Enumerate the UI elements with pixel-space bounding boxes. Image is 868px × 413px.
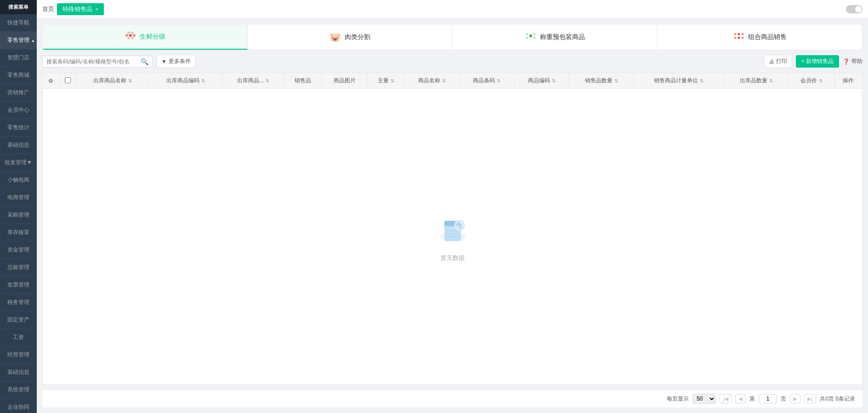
svg-point-17 bbox=[741, 37, 743, 39]
sidebar-item-ecom-mgmt[interactable]: 电商管理 bbox=[0, 189, 37, 206]
toggle-switch[interactable] bbox=[846, 5, 862, 13]
svg-point-6 bbox=[131, 37, 133, 40]
svg-point-2 bbox=[133, 34, 136, 37]
sidebar-item-retail-mgmt[interactable]: 零售管理 bbox=[0, 32, 37, 49]
th-out-code[interactable]: 出库商品编码 ⇅ bbox=[149, 73, 222, 89]
sidebar-item-smart-store[interactable]: 智慧门店 bbox=[0, 49, 37, 67]
settings-icon: ⚙ bbox=[48, 78, 53, 84]
svg-point-14 bbox=[741, 33, 743, 35]
th-out-name[interactable]: 出库商品名称 ⇅ bbox=[76, 73, 149, 89]
th-product-name[interactable]: 商品名称 ⇅ bbox=[404, 73, 460, 89]
sidebar-item-sales-promo[interactable]: 营销推广 bbox=[0, 84, 37, 102]
th-out-spec[interactable]: 出库商品... ⇅ bbox=[222, 73, 284, 89]
sidebar-item-invoice-mgmt[interactable]: 发票管理 bbox=[0, 276, 37, 294]
fresh-grade-icon bbox=[125, 31, 136, 42]
new-product-button[interactable]: + 新增销售品 bbox=[796, 55, 839, 68]
th-sale-qty[interactable]: 销售品数量 ⇅ bbox=[569, 73, 633, 89]
th-settings[interactable]: ⚙ bbox=[43, 73, 59, 89]
breadcrumb: 首页 特殊销售品 × bbox=[42, 3, 104, 15]
search-box[interactable]: 🔍 bbox=[42, 56, 153, 68]
sort-icon-sale-qty[interactable]: ⇅ bbox=[614, 78, 618, 83]
page-size-select[interactable]: 50 10 20 100 bbox=[692, 394, 716, 404]
content-body: 生鲜分级 🐷 肉类分割 称重预包装商品 bbox=[37, 18, 868, 413]
th-checkbox[interactable] bbox=[59, 73, 76, 89]
print-label: 打印 bbox=[776, 57, 787, 65]
th-sale-unit[interactable]: 销售商品计量单位 ⇅ bbox=[633, 73, 724, 89]
tab-meat-cut[interactable]: 🐷 肉类分割 bbox=[248, 24, 453, 50]
last-page-button[interactable]: ▶| bbox=[804, 394, 816, 403]
sidebar-item-member-center[interactable]: 会员中心 bbox=[0, 102, 37, 119]
sort-icon-out-code[interactable]: ⇅ bbox=[201, 78, 205, 83]
home-tab[interactable]: 首页 bbox=[42, 5, 54, 13]
page-number-input[interactable] bbox=[759, 394, 777, 403]
svg-point-15 bbox=[734, 37, 736, 39]
sort-icon-out-name[interactable]: ⇅ bbox=[128, 78, 132, 83]
th-out-qty[interactable]: 出库品数量 ⇅ bbox=[725, 73, 789, 89]
sort-icon-out-qty[interactable]: ⇅ bbox=[769, 78, 773, 83]
sidebar-item-basic-info[interactable]: 基础信息 bbox=[0, 137, 37, 154]
svg-point-5 bbox=[127, 37, 130, 40]
sidebar-item-business-mgmt[interactable]: 经营管理 bbox=[0, 346, 37, 364]
th-out-qty-label: 出库品数量 bbox=[740, 77, 767, 85]
select-all-checkbox[interactable] bbox=[65, 77, 71, 83]
th-product-name-label: 商品名称 bbox=[418, 77, 440, 85]
sort-icon-member-price[interactable]: ⇅ bbox=[819, 78, 823, 83]
sidebar-item-retail-stat[interactable]: 零售统计 bbox=[0, 119, 37, 137]
th-sale-item[interactable]: 销售品 bbox=[284, 73, 321, 89]
sort-icon-sale-unit[interactable]: ⇅ bbox=[700, 78, 703, 83]
th-sale-unit-label: 销售商品计量单位 bbox=[654, 77, 698, 85]
th-main-qty[interactable]: 主量 ⇅ bbox=[368, 73, 404, 89]
page-unit: 页 bbox=[781, 395, 786, 403]
sidebar-item-general-ledger[interactable]: 总账管理 bbox=[0, 259, 37, 276]
search-input[interactable] bbox=[46, 58, 139, 65]
sort-icon-main-qty[interactable]: ⇅ bbox=[391, 78, 394, 83]
tab-weight-pack[interactable]: 称重预包装商品 bbox=[453, 24, 658, 50]
sidebar-item-fixed-assets[interactable]: 固定资产 bbox=[0, 311, 37, 329]
prev-page-button[interactable]: ◀ bbox=[735, 394, 746, 403]
sidebar-item-inventory-check[interactable]: 库存核算 bbox=[0, 224, 37, 241]
category-tabs: 生鲜分级 🐷 肉类分割 称重预包装商品 bbox=[42, 24, 862, 50]
print-button[interactable]: 🖨 打印 bbox=[764, 55, 792, 68]
sidebar-item-retail-mall[interactable]: 零售商城 bbox=[0, 67, 37, 84]
sort-icon-product-code[interactable]: ⇅ bbox=[552, 78, 556, 83]
help-button[interactable]: ❓ 帮助 bbox=[843, 57, 862, 65]
sort-icon-product-name[interactable]: ⇅ bbox=[442, 78, 446, 83]
active-tab[interactable]: 特殊销售品 × bbox=[57, 3, 104, 15]
sidebar-item-enterprise-coop[interactable]: 企业协同 bbox=[0, 399, 37, 413]
sidebar-item-mini-ecom[interactable]: 小畅电商 bbox=[0, 172, 37, 189]
th-product-img[interactable]: 商品图片 bbox=[322, 73, 368, 89]
toolbar-right: 🖨 打印 + 新增销售品 ❓ 帮助 bbox=[764, 55, 862, 68]
th-member-price[interactable]: 会员价 ⇅ bbox=[789, 73, 834, 89]
svg-point-13 bbox=[738, 33, 740, 35]
svg-point-16 bbox=[738, 37, 740, 39]
th-product-code[interactable]: 商品编码 ⇅ bbox=[514, 73, 569, 89]
svg-point-3 bbox=[127, 32, 130, 34]
sidebar-item-salary[interactable]: 工资 bbox=[0, 329, 37, 346]
total-text: 共0页 0条记录 bbox=[820, 395, 855, 403]
new-product-label: + 新增销售品 bbox=[801, 57, 834, 65]
svg-point-11 bbox=[533, 37, 535, 39]
sidebar: 搜索菜单 快捷导航 零售管理 智慧门店 零售商城 营销推广 会员中心 零售统计 … bbox=[0, 0, 37, 413]
sort-icon-out-spec[interactable]: ⇅ bbox=[266, 78, 269, 83]
sort-icon-barcode[interactable]: ⇅ bbox=[497, 78, 500, 83]
filter-button[interactable]: ▼ 更多条件 bbox=[156, 55, 196, 68]
tab-fresh-grade[interactable]: 生鲜分级 bbox=[43, 24, 248, 50]
sidebar-item-quick-nav[interactable]: 快捷导航 bbox=[0, 14, 37, 32]
combo-sale-icon bbox=[733, 31, 744, 43]
sidebar-item-wholesale-mgmt[interactable]: 批发管理 bbox=[0, 154, 37, 172]
sidebar-item-basic-info2[interactable]: 基础信息 bbox=[0, 364, 37, 381]
sidebar-item-tax-mgmt[interactable]: 税务管理 bbox=[0, 294, 37, 311]
sidebar-item-finance-mgmt[interactable]: 资金管理 bbox=[0, 241, 37, 259]
sidebar-item-purchase-mgmt[interactable]: 采购管理 bbox=[0, 206, 37, 224]
sidebar-item-system-mgmt[interactable]: 系统管理 bbox=[0, 381, 37, 399]
data-table: ⚙ 出库商品名称 ⇅ 出库商 bbox=[43, 73, 862, 89]
next-page-button[interactable]: ▶ bbox=[790, 394, 800, 403]
page-label: 第 bbox=[749, 395, 755, 403]
tab-combo-sale[interactable]: 组合商品销售 bbox=[658, 24, 862, 50]
close-tab-button[interactable]: × bbox=[95, 6, 98, 12]
th-barcode[interactable]: 商品条码 ⇅ bbox=[460, 73, 515, 89]
svg-point-4 bbox=[131, 32, 133, 34]
search-icon: 🔍 bbox=[141, 58, 148, 65]
help-icon: ❓ bbox=[843, 58, 850, 65]
first-page-button[interactable]: |◀ bbox=[720, 394, 732, 403]
